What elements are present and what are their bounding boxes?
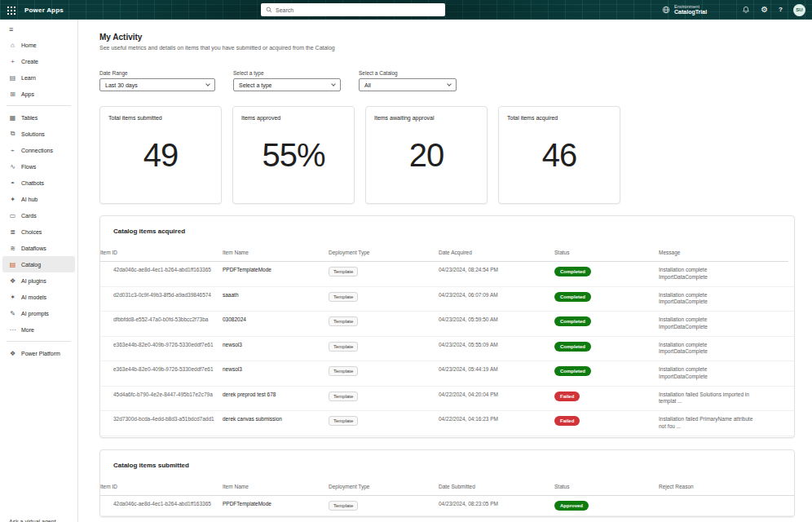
cell-message: Installation complete ImportDataComplete xyxy=(659,312,794,337)
plus-icon: + xyxy=(9,58,16,65)
metric-title: Items awaiting approval xyxy=(374,115,479,121)
sidebar-item-label: AI plugins xyxy=(21,278,46,284)
table-row[interactable]: cf8850b2-b8b3-4f4f-b13a-e5060436e68d der… xyxy=(100,436,794,437)
sidebar-item-label: Solutions xyxy=(21,131,45,137)
sidebar-item-label: Cards xyxy=(21,213,37,219)
sidebar-item-label: Learn xyxy=(21,75,36,81)
sidebar-item-power-platform[interactable]: ❖ Power Platform xyxy=(2,345,75,361)
cell-item-id: e363e44b-82e0-409b-9726-5330eddf7e61 xyxy=(100,361,223,387)
cell-message: Installation complete ImportDataComplete xyxy=(659,336,794,361)
sidebar-item[interactable]: ⌂ Home xyxy=(2,37,75,53)
collapse-nav-button[interactable]: ≡ xyxy=(0,22,77,37)
cell-date-acquired: 04/22/2024, 04:16:23 PM xyxy=(439,411,554,436)
avatar[interactable]: SU xyxy=(793,4,805,16)
cell-message: Installation failed PrimaryName attribut… xyxy=(659,411,794,436)
help-icon: ? xyxy=(779,7,783,13)
column-header: Message xyxy=(659,246,788,262)
table-row[interactable]: e363e44b-82e0-409b-9726-5330eddf7e61 new… xyxy=(100,336,794,361)
sidebar-item[interactable]: ≋ Dataflows xyxy=(2,240,75,256)
deployment-type-tag: Template xyxy=(329,416,358,426)
sidebar-item[interactable]: ⊞ Apps xyxy=(2,86,75,102)
waffle-icon xyxy=(7,6,15,15)
cell-item-id: cf8850b2-b8b3-4f4f-b13a-e5060436e68d xyxy=(100,436,223,437)
cell-item-id: 32d7300d-bcda-4edd-b8d3-a51bdcd7add1 xyxy=(100,411,223,436)
filter-dropdown[interactable]: All xyxy=(359,78,457,91)
cell-date-submitted: 04/23/2024, 08:23:05 PM xyxy=(439,496,554,516)
more-icon: ⋯ xyxy=(9,326,16,334)
column-header: Item Name xyxy=(223,246,329,262)
environment-label: Environment xyxy=(674,4,707,9)
sidebar-item-label: Create xyxy=(21,59,38,64)
table-title: Catalog items submitted xyxy=(100,462,794,480)
filter-dropdown[interactable]: Select a type xyxy=(233,78,341,91)
cell-message: Installation failed Solutions imported i… xyxy=(659,386,794,411)
cell-date-acquired: 04/23/2024, 05:59:50 AM xyxy=(439,312,554,337)
sidebar-item[interactable]: ✎ AI prompts xyxy=(2,305,75,321)
metric-card: Items awaiting approval 20 xyxy=(365,106,488,204)
ai-hub-icon: ✦ xyxy=(9,196,16,203)
sidebar-item[interactable]: ▤ Catalog xyxy=(2,256,75,272)
cell-item-name: saaath xyxy=(223,286,329,312)
tables-icon: ▦ xyxy=(9,114,16,122)
environment-icon xyxy=(662,6,670,14)
column-header: Date Submitted xyxy=(439,480,554,496)
sidebar-item-label: Catalog xyxy=(21,262,41,268)
environment-selector[interactable]: Environment CatalogTrial xyxy=(662,4,707,15)
gear-icon: ⚙ xyxy=(761,6,768,14)
sidebar-item[interactable]: ⋯ More xyxy=(2,321,75,338)
cell-date-acquired: 04/23/2024, 06:07:09 AM xyxy=(439,286,554,312)
sidebar-item[interactable]: ▦ Tables xyxy=(2,109,75,126)
filters-row: Date Range Last 30 days Select a type Se… xyxy=(99,70,795,91)
sidebar-item[interactable]: ∿ Flows xyxy=(2,158,75,175)
metric-title: Total items acquired xyxy=(507,115,611,121)
ask-virtual-agent-button[interactable]: Ask a virtual agent xyxy=(9,519,56,522)
table-row[interactable]: 32d7300d-bcda-4edd-b8d3-a51bdcd7add1 der… xyxy=(100,411,794,436)
help-button[interactable]: ? xyxy=(779,7,783,13)
table-row[interactable]: 42da046c-ae8d-4ec1-b264-abd1ff163365 PPD… xyxy=(100,262,794,286)
ai-prompts-icon: ✎ xyxy=(9,310,16,317)
sidebar-item[interactable]: ❖ AI plugins xyxy=(2,272,75,289)
sidebar-item-label: Dataflows xyxy=(21,246,46,251)
cell-item-name: derektest xyxy=(223,436,329,437)
table-row[interactable]: 45d4a6fc-b790-4e2e-8447-495b17e2c79a der… xyxy=(100,386,794,411)
table-title: Catalog items acquired xyxy=(100,228,794,246)
table-row[interactable]: e363e44b-82e0-409b-9726-5330eddf7e61 new… xyxy=(100,361,794,387)
table-row[interactable]: dfbbfdd8-e552-47a0-b0fd-53bbcc2f73ba 030… xyxy=(100,312,794,337)
cell-item-id: e363e44b-82e0-409b-9726-5330eddf7e61 xyxy=(100,336,223,361)
search-input[interactable] xyxy=(276,7,440,13)
power-platform-icon: ❖ xyxy=(9,350,16,357)
status-badge: Completed xyxy=(554,316,591,326)
sidebar-item[interactable]: ⧉ Solutions xyxy=(2,126,75,142)
metric-title: Items approved xyxy=(241,115,346,121)
table-row[interactable]: d2d031c3-0c9f-49b3-8f5d-a9ad39846574 saa… xyxy=(100,286,794,312)
sidebar-item[interactable]: ▤ Learn xyxy=(2,69,75,86)
app-name[interactable]: Power Apps xyxy=(24,7,64,14)
sidebar-item[interactable]: ▭ Cards xyxy=(2,207,75,223)
cell-item-id: dfbbfdd8-e552-47a0-b0fd-53bbcc2f73ba xyxy=(100,312,223,337)
sidebar-item[interactable]: + Create xyxy=(2,53,75,69)
deployment-type-tag: Template xyxy=(329,342,358,352)
sidebar: ≡ ⌂ Home + Create ▤ Learn xyxy=(0,20,78,522)
filter-label: Select a type xyxy=(233,70,341,76)
filter-label: Date Range xyxy=(99,70,215,76)
sidebar-item[interactable]: ✦ AI hub xyxy=(2,191,75,207)
notifications-button[interactable] xyxy=(742,6,750,14)
sidebar-item[interactable]: ✶ AI models xyxy=(2,289,75,305)
settings-button[interactable]: ⚙ xyxy=(761,6,768,14)
chevron-down-icon xyxy=(205,82,210,86)
filter-dropdown[interactable]: Last 30 days xyxy=(99,78,215,91)
sidebar-item[interactable]: ≣ Choices xyxy=(2,223,75,240)
cell-message: Installation complete ImportDataComplete xyxy=(659,286,794,312)
sidebar-item-label: More xyxy=(21,327,34,333)
acquired-table-scroll-area[interactable]: 42da046c-ae8d-4ec1-b264-abd1ff163365 PPD… xyxy=(100,262,794,437)
table-row[interactable]: 42da046c-ae8d-4ec1-b264-abd1ff163365 PPD… xyxy=(100,496,794,516)
cell-item-name: 03082024 xyxy=(223,312,329,337)
cell-item-id: d2d031c3-0c9f-49b3-8f5d-a9ad39846574 xyxy=(100,286,223,312)
sidebar-item[interactable]: ⌁ Connections xyxy=(2,142,75,158)
cell-item-id: 45d4a6fc-b790-4e2e-8447-495b17e2c79a xyxy=(100,386,223,411)
bell-icon xyxy=(742,6,750,14)
app-launcher-button[interactable] xyxy=(0,0,21,20)
status-badge: Failed xyxy=(554,392,580,401)
sidebar-item[interactable]: ◓ Chatbots xyxy=(2,175,75,191)
chevron-down-icon xyxy=(331,82,336,86)
